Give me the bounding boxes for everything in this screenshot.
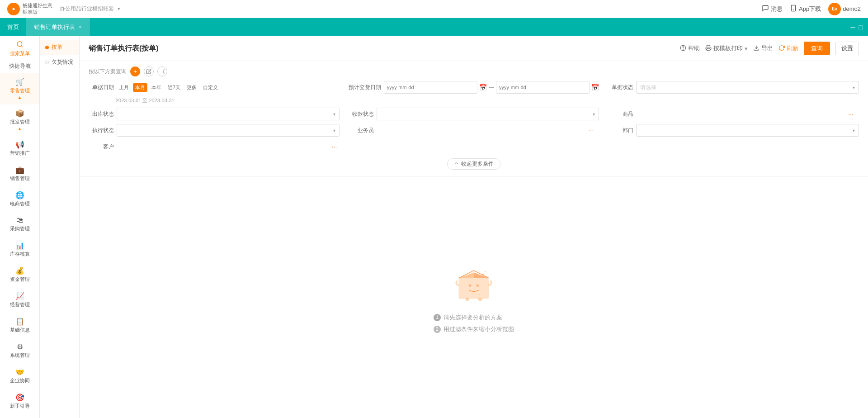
- expected-date-range: 📅 — 📅: [384, 81, 599, 94]
- user-menu[interactable]: Ea demo2: [828, 3, 861, 15]
- filter-salesperson: 业务员 ···: [349, 124, 599, 137]
- customer-select[interactable]: ···: [117, 140, 342, 153]
- svg-rect-13: [466, 298, 469, 301]
- tab-sales-order-exec[interactable]: 销售订单执行表 ×: [27, 18, 90, 36]
- customer-label: 客户: [89, 143, 114, 151]
- sidebar-item-wholesale[interactable]: 📦 批发管理 ▲: [0, 104, 39, 136]
- date-btn-7days[interactable]: 近7天: [165, 83, 183, 92]
- payment-select[interactable]: ▾: [377, 108, 599, 120]
- customer-more[interactable]: ···: [330, 143, 339, 150]
- sidebar-quick-nav[interactable]: 快捷导航: [0, 60, 39, 73]
- filter-row-2: 出库状态 ▾ 收款状态 ▾ 商品: [89, 108, 859, 120]
- breadcrumb-arrow[interactable]: ▾: [118, 6, 120, 12]
- settings-btn[interactable]: 设置: [835, 42, 859, 55]
- sidebar-item-system[interactable]: ⚙ 系统管理: [0, 338, 39, 363]
- collapse-btn[interactable]: 收起更多条件: [447, 158, 500, 170]
- date-icon-start[interactable]: 📅: [479, 84, 487, 91]
- salesperson-label: 业务员: [349, 127, 374, 134]
- system-icon: ⚙: [17, 342, 23, 351]
- scheme-label: 按以下方案查询: [89, 68, 127, 76]
- sidebar-item-apps[interactable]: 📱 应用中心: [0, 414, 39, 418]
- sub-item-press[interactable]: 按单: [40, 40, 79, 55]
- expected-date-end[interactable]: [496, 81, 590, 94]
- tab-close-icon[interactable]: ×: [79, 24, 82, 30]
- print-btn[interactable]: 按模板打印 ▾: [705, 44, 748, 52]
- sidebar-item-finance[interactable]: 💰 资金管理: [0, 262, 39, 287]
- goods-select[interactable]: ···: [636, 108, 859, 120]
- date-btn-this-year[interactable]: 本年: [149, 83, 164, 92]
- wholesale-icon: 📦: [15, 109, 24, 118]
- date-icon-end[interactable]: 📅: [591, 84, 599, 91]
- sidebar-item-basic[interactable]: 📋 基础信息: [0, 313, 39, 338]
- sidebar-item-inventory[interactable]: 📊 库存核算: [0, 237, 39, 262]
- collapse-scheme-btn[interactable]: 《: [157, 66, 167, 76]
- empty-icon: [451, 259, 496, 304]
- maximize-icon[interactable]: □: [859, 24, 863, 31]
- app-download-btn[interactable]: App下载: [790, 5, 821, 13]
- date-btn-this-month[interactable]: 本月: [133, 83, 147, 92]
- sidebar-item-sales[interactable]: 💼 销售管理: [0, 161, 39, 186]
- svg-rect-6: [707, 48, 710, 51]
- content-area: 销售订单执行表(按单) 帮助: [80, 36, 868, 418]
- date-btn-last-month[interactable]: 上月: [117, 83, 131, 92]
- help-btn[interactable]: 帮助: [680, 44, 700, 52]
- goods-more[interactable]: ···: [846, 110, 855, 118]
- date-range-display: 2023-03-01 至 2023-03-31: [89, 97, 859, 104]
- expected-date-start[interactable]: [384, 81, 477, 94]
- inventory-icon: 📊: [15, 241, 24, 250]
- salesperson-select[interactable]: ···: [377, 124, 599, 137]
- minimize-icon[interactable]: ─: [851, 24, 855, 31]
- sidebar-item-newbie[interactable]: 🎯 新手引导: [0, 389, 39, 414]
- page-header: 销售订单执行表(按单) 帮助: [80, 36, 868, 61]
- operations-icon: 📈: [15, 292, 24, 300]
- sidebar-item-retail[interactable]: 🛒 零售管理 ▲: [0, 73, 39, 104]
- data-area: 1 请先选择要分析的方案 2 用过滤条件来缩小分析范围: [80, 176, 868, 418]
- export-icon: [753, 45, 760, 52]
- sidebar-item-marketing[interactable]: 📢 营销推广: [0, 136, 39, 161]
- filter-payment: 收款状态 ▾: [349, 108, 599, 120]
- export-btn[interactable]: 导出: [753, 44, 773, 52]
- status-select[interactable]: 请选择 ▾: [636, 81, 859, 94]
- search-btn[interactable]: 查询: [804, 42, 830, 55]
- tip-num-2: 2: [434, 326, 441, 333]
- date-label: 单据日期: [89, 84, 114, 91]
- delivery-label: 出库状态: [89, 110, 114, 118]
- empty-tips: 1 请先选择要分析的方案 2 用过滤条件来缩小分析范围: [434, 312, 514, 335]
- tab-home[interactable]: 首页: [0, 18, 27, 36]
- sidebar-item-ecommerce[interactable]: 🌐 电商管理: [0, 186, 39, 212]
- date-btn-custom[interactable]: 自定义: [201, 83, 220, 92]
- message-btn[interactable]: 消息: [762, 5, 783, 13]
- sub-item-dot-empty: [45, 61, 49, 64]
- marketing-icon: 📢: [15, 140, 24, 149]
- salesperson-more[interactable]: ···: [587, 127, 596, 134]
- filter-row-3: 执行状态 ▾ 业务员 ··· 部门: [89, 124, 859, 137]
- help-icon: [680, 45, 686, 52]
- sidebar-item-enterprise[interactable]: 🤝 企业协同: [0, 363, 39, 389]
- sidebar-item-operations[interactable]: 📈 经营管理: [0, 287, 39, 313]
- refresh-icon: [778, 45, 785, 52]
- svg-point-3: [17, 42, 22, 47]
- svg-point-12: [476, 285, 479, 287]
- basic-icon: 📋: [15, 317, 24, 326]
- sidebar-item-purchase[interactable]: 🛍 采购管理: [0, 212, 39, 237]
- execution-select[interactable]: ▾: [117, 124, 340, 137]
- filter-scheme-row: 按以下方案查询 + 《: [89, 66, 859, 76]
- sub-item-owe[interactable]: 欠货情况: [40, 55, 79, 70]
- sidebar-search[interactable]: 搜索菜单: [0, 36, 39, 60]
- refresh-btn[interactable]: 刷新: [778, 44, 798, 52]
- header-right: 消息 App下载 Ea demo2: [762, 3, 861, 15]
- sales-icon: 💼: [15, 166, 24, 174]
- status-label: 单据状态: [608, 84, 633, 91]
- dept-select[interactable]: ▾: [636, 124, 859, 137]
- edit-scheme-btn[interactable]: [144, 66, 154, 76]
- dept-arrow: ▾: [853, 128, 855, 133]
- header-left: 畅捷通好生意 标准版 办公用品行业模拟账套 ▾: [7, 3, 120, 15]
- date-btn-more[interactable]: 更多: [184, 83, 199, 92]
- main-layout: 搜索菜单 快捷导航 🛒 零售管理 ▲ 📦 批发管理 ▲ 📢 营销推广 💼 销售管…: [0, 36, 868, 418]
- delivery-select[interactable]: ▾: [117, 108, 340, 120]
- add-scheme-btn[interactable]: +: [130, 66, 140, 76]
- page-actions: 帮助 按模板打印 ▾: [680, 42, 859, 55]
- filter-expected-date: 预计交货日期 📅 — 📅: [349, 81, 599, 94]
- page-title: 销售订单执行表(按单): [89, 44, 159, 53]
- newbie-icon: 🎯: [15, 393, 24, 402]
